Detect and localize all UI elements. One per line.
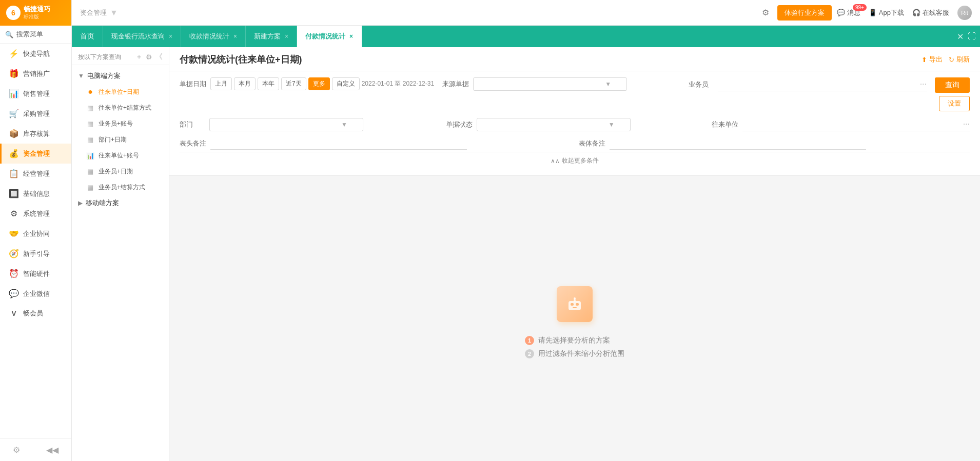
sidebar-item-hardware[interactable]: ⏰ 智能硬件 <box>0 264 71 284</box>
search-menu[interactable]: 🔍 搜索菜单 <box>0 26 71 44</box>
member-icon: V <box>9 310 19 317</box>
more-btn[interactable]: 更多 <box>308 77 330 90</box>
this-month-btn[interactable]: 本月 <box>234 77 256 90</box>
scheme-item-label: 往来单位+结算方式 <box>99 104 151 112</box>
query-button[interactable]: 查询 <box>935 77 970 93</box>
scheme-header-title: 按以下方案查询 <box>78 53 121 62</box>
scheme-item-label: 部门+日期 <box>99 135 127 144</box>
scheme-item-dept-date[interactable]: ▦ 部门+日期 <box>72 132 169 148</box>
dept-select[interactable]: ▼ <box>209 118 363 131</box>
tab-spacer <box>362 26 953 47</box>
headset-icon: 🎧 <box>912 9 920 16</box>
scheme-group-desktop-header[interactable]: ▼ 电脑端方案 <box>72 68 169 84</box>
sidebar-item-wechat[interactable]: 💬 企业微信 <box>0 284 71 304</box>
this-year-btn[interactable]: 本年 <box>258 77 279 90</box>
sidebar-item-sales[interactable]: 📊 销售管理 <box>0 84 71 104</box>
collapse-sidebar-icon[interactable]: ◀◀ <box>42 443 63 457</box>
tab-payment[interactable]: 付款情况统计 × <box>297 26 362 47</box>
sidebar-footer: ⚙ ◀◀ <box>0 438 71 461</box>
scheme-item-unit-account[interactable]: 📊 往来单位+账号 <box>72 148 169 164</box>
company-icon: 🤝 <box>9 229 19 238</box>
tab-home[interactable]: 首页 <box>72 26 103 47</box>
sidebar-item-basic[interactable]: 🔲 基础信息 <box>0 184 71 204</box>
scheme-group-mobile-header[interactable]: ▶ 移动端方案 <box>72 195 169 211</box>
settings-icon[interactable]: ⚙ <box>9 443 24 457</box>
app-download-button[interactable]: 📱 App下载 <box>869 8 904 17</box>
export-button[interactable]: ⬆ 导出 <box>922 55 943 64</box>
collapse-more-button[interactable]: ∧∧ 收起更多条件 <box>180 152 970 169</box>
add-scheme-button[interactable]: ＋ <box>135 52 143 62</box>
notification-icon: 💬 <box>837 9 845 16</box>
online-service-button[interactable]: 🎧 在线客服 <box>912 8 949 17</box>
scheme-settings-icon[interactable]: ⚙ <box>146 53 152 61</box>
robot-svg <box>564 294 585 314</box>
dept-label: 部门 <box>180 120 205 129</box>
active-scheme-icon: ● <box>86 87 94 96</box>
gear-icon[interactable]: ⚙ <box>762 8 769 17</box>
filter-area: 单据日期 上月 本月 本年 近7天 更多 自定义 2022-01-01 至 20… <box>169 71 980 176</box>
scheme-item-unit-settle[interactable]: ▦ 往来单位+结算方式 <box>72 100 169 116</box>
sales-icon: 📊 <box>9 89 19 98</box>
capital-icon: 💰 <box>9 149 19 158</box>
note-header-input[interactable] <box>210 137 467 150</box>
close-window-icon[interactable]: ✕ <box>957 32 964 42</box>
scheme-header: 按以下方案查询 ＋ ⚙ 《 <box>72 47 169 65</box>
svg-rect-3 <box>573 307 577 308</box>
refresh-button[interactable]: ↻ 刷新 <box>949 55 970 64</box>
empty-box-icon <box>557 286 593 322</box>
empty-hint-2: 2 用过滤条件来缩小分析范围 <box>525 349 624 358</box>
source-select[interactable]: ▼ <box>473 77 627 91</box>
tab-close-icon[interactable]: × <box>169 33 172 40</box>
tab-receipt[interactable]: 收款情况统计 × <box>181 26 246 47</box>
notification-badge: 99+ <box>853 4 867 11</box>
sidebar-item-company[interactable]: 🤝 企业协同 <box>0 224 71 244</box>
date-label: 单据日期 <box>180 79 206 89</box>
sidebar-item-purchase[interactable]: 🛒 采购管理 <box>0 104 71 124</box>
table-icon: ▦ <box>86 136 94 144</box>
tab-bank[interactable]: 现金银行流水查询 × <box>103 26 181 47</box>
scheme-item-staff-settle[interactable]: ▦ 业务员+结算方式 <box>72 179 169 195</box>
counterparty-input[interactable]: ··· <box>742 117 970 131</box>
trial-button[interactable]: 体验行业方案 <box>777 5 832 21</box>
custom-date-btn[interactable]: 自定义 <box>332 77 360 90</box>
sidebar-item-label: 经营管理 <box>23 169 50 178</box>
sidebar-item-system[interactable]: ⚙ 系统管理 <box>0 204 71 224</box>
sidebar-item-marketing[interactable]: 🎁 营销推广 <box>0 64 71 84</box>
tab-new-scheme[interactable]: 新建方案 × <box>246 26 297 47</box>
maximize-window-icon[interactable]: ⛶ <box>968 32 976 41</box>
scheme-item-label: 业务员+结算方式 <box>99 183 145 192</box>
sidebar-item-operation[interactable]: 📋 经营管理 <box>0 164 71 184</box>
staff-input[interactable]: ··· <box>718 77 927 91</box>
scheme-group-mobile: ▶ 移动端方案 <box>72 195 169 211</box>
scheme-item-staff-date[interactable]: ▦ 业务员+日期 <box>72 164 169 179</box>
last-7days-btn[interactable]: 近7天 <box>281 77 306 90</box>
sidebar-item-guide[interactable]: 🧭 新手引导 <box>0 244 71 264</box>
content-area: 付款情况统计(往来单位+日期) ⬆ 导出 ↻ 刷新 <box>169 47 980 461</box>
user-avatar[interactable]: Rit <box>957 6 972 20</box>
scheme-item-staff-account[interactable]: ▦ 业务员+账号 <box>72 116 169 132</box>
scheme-item-unit-date[interactable]: ● 往来单位+日期 <box>72 84 169 100</box>
sidebar-item-label: 企业微信 <box>23 289 50 298</box>
sidebar-item-quick-nav[interactable]: ⚡ 快捷导航 <box>0 44 71 64</box>
sidebar-item-member[interactable]: V 畅会员 <box>0 304 71 323</box>
sidebar-item-inventory[interactable]: 📦 库存核算 <box>0 124 71 144</box>
page-body: 按以下方案查询 ＋ ⚙ 《 ▼ 电脑端方案 ● 往来单位+日期 <box>72 47 980 461</box>
scheme-content: ▼ 电脑端方案 ● 往来单位+日期 ▦ 往来单位+结算方式 ▦ 业务员+账号 <box>72 65 169 461</box>
date-range-text: 2022-01-01 至 2022-12-31 <box>362 79 434 88</box>
collapse-scheme-icon[interactable]: 《 <box>155 52 163 62</box>
sidebar-item-label: 智能硬件 <box>23 269 50 278</box>
status-select[interactable]: ▼ <box>477 118 631 131</box>
tab-close-icon[interactable]: × <box>349 33 353 40</box>
tab-close-icon[interactable]: × <box>285 33 288 40</box>
sidebar-nav: ⚡ 快捷导航 🎁 营销推广 📊 销售管理 🛒 采购管理 📦 库存核算 💰 资金管… <box>0 44 71 438</box>
settings-button[interactable]: 设置 <box>939 96 970 111</box>
status-chevron-icon: ▼ <box>609 121 615 128</box>
notification-button[interactable]: 💬 消息 99+ <box>837 8 860 17</box>
last-month-btn[interactable]: 上月 <box>210 77 232 90</box>
sidebar-item-capital[interactable]: 💰 资金管理 <box>0 144 71 164</box>
tab-close-icon[interactable]: × <box>233 33 237 40</box>
empty-hints: 1 请先选择要分析的方案 2 用过滤条件来缩小分析范围 <box>525 336 624 358</box>
sidebar-item-label: 企业协同 <box>23 229 50 238</box>
search-menu-label: 搜索菜单 <box>16 30 43 39</box>
note-body-input[interactable] <box>610 137 866 150</box>
